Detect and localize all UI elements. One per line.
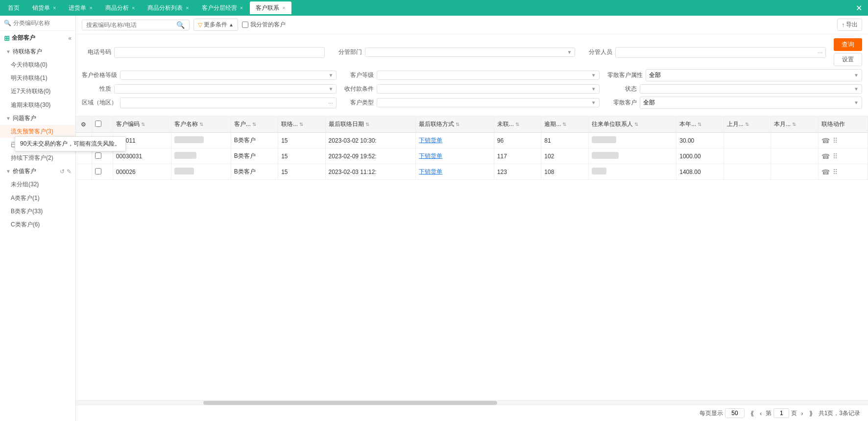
main-search-input[interactable]	[86, 22, 174, 28]
action-contact-icon-0[interactable]: ☎	[821, 137, 830, 145]
tab-customer-contact[interactable]: 客户联系 ×	[250, 1, 291, 14]
last-page-button[interactable]: ⟫	[807, 409, 815, 418]
row-type-0: B类客户	[231, 133, 278, 149]
query-button[interactable]: 查询	[834, 38, 862, 51]
last-method-link-1[interactable]: 下销货单	[419, 152, 442, 159]
prev-page-button[interactable]: ‹	[758, 409, 764, 418]
row-last-date-2: 2023-02-03 11:12:	[325, 164, 416, 180]
col-this-month[interactable]: 本月... ⇅	[771, 116, 818, 133]
select-all-checkbox[interactable]	[95, 121, 101, 127]
filter-retail-cust-select[interactable]: 全部 ▼	[640, 97, 862, 109]
col-last-method[interactable]: 最后联络方式 ⇅	[416, 116, 494, 133]
export-button[interactable]: ↑ 导出	[837, 19, 862, 31]
action-contact-icon-2[interactable]: ☎	[821, 168, 830, 176]
tab-analysis-close[interactable]: ×	[132, 5, 135, 11]
my-customers-checkbox[interactable]	[242, 22, 248, 28]
gear-icon: ⚙	[81, 121, 86, 128]
main-search-button[interactable]: 🔍	[176, 21, 185, 29]
sidebar-all-customers[interactable]: ⊞ 全部客户 «	[0, 31, 75, 45]
sidebar-item-tomorrow-pending[interactable]: 明天待联络(1)	[0, 72, 75, 85]
col-last-month[interactable]: 上月... ⇅	[723, 116, 771, 133]
tab-analysis-label: 商品分析	[105, 4, 129, 12]
col-this-month-label: 本月...	[774, 120, 791, 128]
col-name[interactable]: 客户名称 ⇅	[171, 116, 231, 133]
table-row: 000026 B类客户 15 2023-02-03 11:12: 下销货单 12…	[76, 164, 868, 180]
tab-analysis[interactable]: 商品分析 ×	[99, 1, 141, 14]
sidebar-item-c-class[interactable]: C类客户(6)	[0, 218, 75, 231]
last-method-link-0[interactable]: 下销货单	[419, 137, 442, 144]
collapse-icon[interactable]: «	[68, 35, 72, 42]
tab-sales[interactable]: 销货单 ×	[26, 1, 62, 14]
sidebar-item-7days-pending[interactable]: 近7天待联络(0)	[0, 85, 75, 98]
filter-cust-level-select[interactable]: ▼	[377, 71, 599, 80]
filter-payment-select[interactable]: ▼	[377, 84, 599, 94]
col-last-method-label: 最后联络方式	[419, 120, 454, 128]
scrollbar-thumb[interactable]	[203, 401, 497, 405]
refresh-icon[interactable]: ↺	[60, 168, 65, 175]
toolbar: 🔍 ▽ 更多条件 ▲ 我分管的客户 ↑ 导出	[76, 16, 868, 34]
filter-phone-input[interactable]	[114, 47, 325, 58]
sidebar-item-today-pending[interactable]: 今天待联络(0)	[0, 58, 75, 72]
filter-status-select[interactable]: ▼	[640, 84, 862, 94]
filter-cust-type-select[interactable]: ▼	[377, 98, 599, 107]
tab-analysis-list-close[interactable]: ×	[186, 5, 189, 11]
last-method-link-2[interactable]: 下销货单	[419, 168, 442, 175]
row-checkbox-2[interactable]	[92, 164, 113, 180]
tab-analysis-list[interactable]: 商品分析列表 ×	[142, 1, 194, 14]
tab-purchase[interactable]: 进货单 ×	[63, 1, 98, 14]
tab-purchase-close[interactable]: ×	[89, 5, 92, 11]
sidebar-group-problem[interactable]: ▼ 问题客户	[0, 112, 75, 125]
next-page-button[interactable]: ›	[799, 409, 805, 418]
col-contact-count[interactable]: 联络... ⇅	[278, 116, 325, 133]
row-last-method-0[interactable]: 下销货单	[416, 133, 494, 149]
col-unit-contact[interactable]: 往来单位联系人 ⇅	[588, 116, 676, 133]
sidebar-item-a-class[interactable]: A类客户(1)	[0, 192, 75, 205]
sidebar-group-value[interactable]: ▼ 价值客户 ↺ ✎	[0, 165, 75, 178]
table-area: ⚙ 客户编码 ⇅ 客户名称	[76, 116, 868, 400]
my-customers-checkbox-label[interactable]: 我分管的客户	[242, 21, 286, 29]
tab-customer-contact-close[interactable]: ×	[282, 5, 285, 11]
first-page-button[interactable]: ⟪	[748, 409, 756, 418]
filter-price-level-select[interactable]: ▼	[120, 71, 337, 80]
sidebar-group-pending[interactable]: ▼ 待联络客户	[0, 45, 75, 58]
col-type[interactable]: 客户... ⇅	[231, 116, 278, 133]
tab-customer-layer-close[interactable]: ×	[240, 5, 243, 11]
row-last-method-1[interactable]: 下销货单	[416, 149, 494, 164]
filter-dept-select[interactable]: ▼	[365, 48, 576, 57]
filter-region-select[interactable]: ···	[120, 98, 337, 108]
action-more-icon-0[interactable]: ⠿	[833, 137, 838, 145]
sidebar-item-ungrouped[interactable]: 未分组(32)	[0, 178, 75, 191]
col-action: 联络动作	[818, 116, 868, 133]
col-last-date[interactable]: 最后联络日期 ⇅	[325, 116, 416, 133]
row-select-1[interactable]	[95, 152, 101, 159]
horizontal-scrollbar[interactable]	[76, 400, 868, 405]
sidebar-item-declining[interactable]: 持续下滑客户(2)	[0, 151, 75, 165]
more-filter-button[interactable]: ▽ 更多条件 ▲	[193, 19, 238, 31]
filter-nature-select[interactable]: ▼	[114, 84, 337, 94]
row-select-2[interactable]	[95, 168, 101, 174]
sidebar-item-overdue-pending[interactable]: 逾期未联络(30)	[0, 99, 75, 112]
row-last-method-2[interactable]: 下销货单	[416, 164, 494, 180]
col-select-all[interactable]	[92, 116, 113, 133]
tab-home[interactable]: 首页	[2, 1, 25, 14]
filter-manager-select[interactable]: ···	[615, 47, 826, 58]
col-no-contact[interactable]: 未联... ⇅	[494, 116, 541, 133]
window-close-icon[interactable]: ✕	[852, 3, 866, 13]
action-contact-icon-1[interactable]: ☎	[821, 152, 830, 160]
tab-sales-close[interactable]: ×	[53, 5, 56, 11]
col-this-year[interactable]: 本年... ⇅	[676, 116, 723, 133]
action-more-icon-1[interactable]: ⠿	[833, 152, 838, 160]
my-customers-label: 我分管的客户	[250, 21, 286, 29]
col-gear[interactable]: ⚙	[76, 116, 92, 133]
page-size-input[interactable]	[725, 408, 745, 418]
current-page-input[interactable]	[773, 408, 789, 418]
settings-button[interactable]: 设置	[834, 53, 862, 66]
edit-icon[interactable]: ✎	[67, 168, 72, 175]
filter-retail-attr-select[interactable]: 全部 ▼	[646, 69, 862, 81]
col-code[interactable]: 客户编码 ⇅	[113, 116, 171, 133]
tab-customer-layer[interactable]: 客户分层经营 ×	[196, 1, 249, 14]
action-more-icon-2[interactable]: ⠿	[833, 168, 838, 176]
sidebar-item-b-class[interactable]: B类客户(33)	[0, 205, 75, 218]
col-overdue[interactable]: 逾期... ⇅	[541, 116, 588, 133]
sidebar-search-input[interactable]	[13, 20, 76, 26]
